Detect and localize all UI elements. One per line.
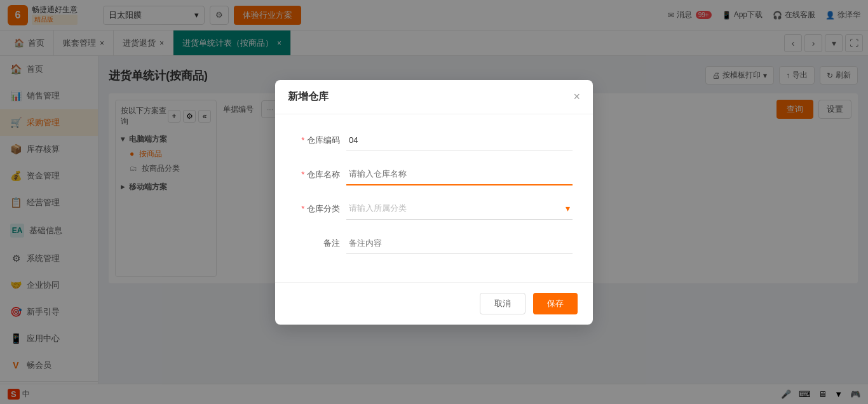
note-field-row: 备注 (295, 232, 573, 254)
code-input[interactable] (346, 130, 573, 151)
modal-header: 新增仓库 × (275, 80, 593, 114)
category-arrow-icon: ▾ (566, 203, 570, 213)
name-input[interactable] (346, 164, 573, 185)
new-warehouse-modal: 新增仓库 × 仓库编码 仓库名称 仓库分类 请输入所属分类 ▾ (275, 80, 593, 325)
name-label: 仓库名称 (295, 169, 346, 180)
save-button[interactable]: 保存 (533, 293, 578, 314)
cancel-button[interactable]: 取消 (480, 293, 526, 314)
note-label: 备注 (295, 238, 346, 249)
category-label: 仓库分类 (295, 203, 346, 215)
modal-overlay[interactable]: 新增仓库 × 仓库编码 仓库名称 仓库分类 请输入所属分类 ▾ (0, 0, 868, 404)
modal-title: 新增仓库 (288, 90, 329, 104)
code-field-row: 仓库编码 (295, 130, 573, 151)
modal-body: 仓库编码 仓库名称 仓库分类 请输入所属分类 ▾ 备注 (275, 114, 593, 282)
name-field-row: 仓库名称 (295, 164, 573, 185)
modal-close-button[interactable]: × (573, 91, 580, 102)
category-placeholder: 请输入所属分类 (346, 203, 566, 214)
note-input[interactable] (346, 232, 573, 254)
category-select[interactable]: 请输入所属分类 ▾ (346, 198, 573, 220)
modal-footer: 取消 保存 (275, 282, 593, 325)
category-field-row: 仓库分类 请输入所属分类 ▾ (295, 198, 573, 220)
code-label: 仓库编码 (295, 135, 346, 146)
